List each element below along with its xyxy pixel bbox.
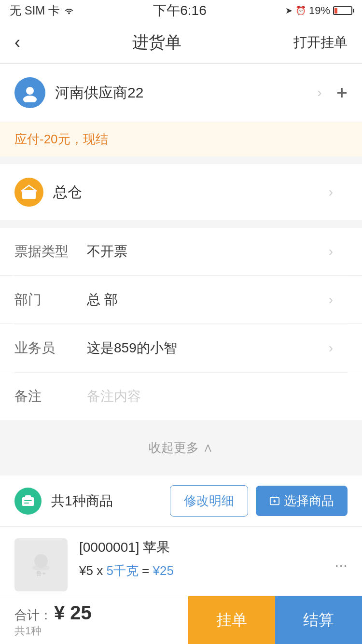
supplier-row[interactable]: 河南供应商22 › + bbox=[0, 64, 362, 122]
product-code: [0000001] bbox=[79, 540, 139, 555]
battery-label: 19% bbox=[309, 4, 330, 17]
battery-icon bbox=[333, 6, 352, 15]
total-count: 共1种 bbox=[14, 624, 174, 638]
notice-text: 应付-20元，现结 bbox=[14, 132, 108, 146]
invoice-chevron-icon: › bbox=[329, 244, 333, 259]
fields-card: 票据类型 不开票 › 部门 总 部 › 业务员 这是859的小智 › 备注 备注… bbox=[0, 228, 362, 420]
hang-button[interactable]: 挂单 bbox=[188, 596, 275, 644]
warehouse-card: 总仓 › bbox=[0, 164, 362, 220]
collapse-button[interactable]: 收起更多 ∧ bbox=[0, 428, 362, 468]
notice-bar: 应付-20元，现结 bbox=[0, 122, 362, 156]
svg-rect-3 bbox=[22, 497, 34, 506]
product-header: 共1种商品 修改明细 选择商品 bbox=[0, 476, 362, 527]
svg-rect-2 bbox=[22, 190, 36, 199]
svg-rect-6 bbox=[24, 503, 29, 504]
product-card: 共1种商品 修改明细 选择商品 鲁+ [0000001] 苹果 bbox=[0, 476, 362, 603]
status-bar: 无 SIM 卡 下午6:16 ➤ ⏰ 19% bbox=[0, 0, 362, 21]
product-more-button[interactable]: ··· bbox=[334, 556, 348, 574]
unit-price: ¥5 bbox=[79, 563, 93, 578]
svg-text:鲁+: 鲁+ bbox=[36, 570, 45, 577]
warehouse-chevron-icon: › bbox=[329, 184, 333, 200]
product-total: ¥25 bbox=[153, 563, 174, 578]
product-name: [0000001] 苹果 bbox=[79, 538, 334, 557]
add-supplier-button[interactable]: + bbox=[336, 82, 348, 104]
nav-bar: ‹ 进货单 打开挂单 bbox=[0, 21, 362, 64]
select-product-label: 选择商品 bbox=[284, 492, 334, 509]
product-thumbnail: 鲁+ bbox=[14, 538, 68, 591]
svg-point-0 bbox=[26, 87, 34, 95]
back-button[interactable]: ‹ bbox=[14, 32, 20, 53]
page-title: 进货单 bbox=[132, 31, 181, 54]
product-count-text: 共1种商品 bbox=[51, 492, 170, 510]
invoice-label: 票据类型 bbox=[14, 242, 72, 261]
checkout-button[interactable]: 结算 bbox=[275, 596, 362, 644]
alarm-icon: ⏰ bbox=[295, 5, 306, 16]
dept-value: 总 部 bbox=[72, 291, 329, 309]
dept-chevron-icon: › bbox=[329, 292, 333, 308]
multiply-sign: x bbox=[97, 563, 103, 578]
select-product-button[interactable]: 选择商品 bbox=[256, 486, 348, 516]
sales-chevron-icon: › bbox=[329, 340, 333, 356]
product-price: ¥5 x 5千克 = ¥25 bbox=[79, 562, 334, 579]
supplier-avatar bbox=[14, 77, 45, 108]
remark-row[interactable]: 备注 备注内容 bbox=[0, 373, 362, 420]
dept-label: 部门 bbox=[14, 291, 72, 309]
supplier-chevron-icon: › bbox=[317, 85, 321, 100]
supplier-name: 河南供应商22 bbox=[55, 83, 317, 103]
open-hang-btn[interactable]: 打开挂单 bbox=[293, 33, 348, 52]
svg-point-1 bbox=[23, 96, 37, 102]
wifi-icon bbox=[64, 4, 74, 17]
bottom-bar: 合计： ¥ 25 共1种 挂单 结算 bbox=[0, 596, 362, 644]
product-qty: 5千克 bbox=[106, 563, 138, 578]
svg-rect-4 bbox=[25, 495, 31, 498]
supplier-card: 河南供应商22 › + 应付-20元，现结 bbox=[0, 64, 362, 156]
total-amount: ¥ 25 bbox=[54, 602, 92, 624]
remark-label: 备注 bbox=[14, 387, 72, 406]
product-count-icon bbox=[14, 488, 42, 515]
carrier-label: 无 SIM 卡 bbox=[10, 3, 60, 18]
sales-row[interactable]: 业务员 这是859的小智 › bbox=[0, 324, 362, 372]
svg-rect-5 bbox=[24, 500, 32, 501]
invoice-row[interactable]: 票据类型 不开票 › bbox=[0, 228, 362, 276]
total-section: 合计： ¥ 25 共1种 bbox=[0, 596, 188, 644]
dept-row[interactable]: 部门 总 部 › bbox=[0, 276, 362, 324]
status-time: 下午6:16 bbox=[153, 1, 207, 20]
total-label: 合计： bbox=[14, 607, 52, 624]
equals-sign: = bbox=[142, 563, 149, 578]
sales-value: 这是859的小智 bbox=[72, 339, 329, 357]
location-icon: ➤ bbox=[285, 5, 292, 16]
product-info: [0000001] 苹果 ¥5 x 5千克 = ¥25 bbox=[79, 538, 334, 579]
remark-input[interactable]: 备注内容 bbox=[72, 387, 348, 406]
sales-label: 业务员 bbox=[14, 339, 72, 357]
product-item: 鲁+ [0000001] 苹果 ¥5 x 5千克 = ¥25 ··· bbox=[0, 527, 362, 603]
edit-detail-button[interactable]: 修改明细 bbox=[170, 485, 248, 517]
invoice-value: 不开票 bbox=[72, 242, 329, 261]
warehouse-row[interactable]: 总仓 › bbox=[0, 164, 362, 220]
warehouse-icon bbox=[14, 178, 43, 207]
product-title: 苹果 bbox=[143, 540, 170, 555]
warehouse-name: 总仓 bbox=[53, 182, 329, 202]
